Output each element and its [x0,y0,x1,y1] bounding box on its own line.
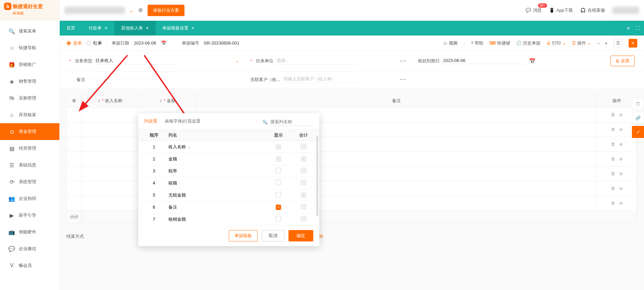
caret-down-icon[interactable]: ⌄ [235,59,239,63]
nav-item-13[interactable]: 💬企业微信 [0,240,59,257]
tab-2[interactable]: 其他收入单✕ [114,21,156,35]
checkbox[interactable] [276,180,281,185]
nav-prev-icon[interactable]: ◂ [597,41,599,46]
col-amount[interactable]: ▲▼*金额 [139,94,196,107]
row-delete-icon[interactable]: 🗑 [611,186,615,191]
tab-1[interactable]: 付款单✕ [82,21,114,35]
ellipsis-icon[interactable]: ••• [400,59,407,64]
row-copy-icon[interactable]: ⊕ [619,112,623,117]
view-detail-icon[interactable]: ≡ [629,39,637,48]
float-note-icon[interactable]: 🗒 [632,98,644,110]
nav-icon: 📺 [9,229,15,235]
top-settings-icon[interactable]: ⚙ [138,7,143,13]
nav-item-7[interactable]: ▤经营管理 [0,140,59,157]
brand-name: 畅捷通好生意 [13,3,43,10]
row-copy-icon[interactable]: ⊕ [619,201,623,206]
popup-search-input[interactable] [270,118,313,126]
nav-item-1[interactable]: ☆快捷导航 [0,40,59,56]
brand-edition: 标准版 [13,11,55,16]
nav-item-6[interactable]: ⊙资金管理 [0,123,59,140]
popup-row: 5无税金额 [138,189,319,201]
checkbox[interactable] [276,168,281,173]
help-link[interactable]: ? 帮助 [471,40,483,46]
video-link[interactable]: ▷ 视频 [444,40,458,46]
contact-unit-field[interactable]: *往来单位 选择... ••• [250,58,411,65]
view-list-icon[interactable]: ☰ [614,39,623,48]
popup-scrollbar[interactable] [316,136,318,216]
row-delete-icon[interactable]: 🗑 [611,171,615,176]
biz-type-field[interactable]: *业务类型 往来收入 ⌄ [69,58,244,65]
nav-item-3[interactable]: ◈销售管理 [0,73,59,90]
due-date-value: 2023-06-06 [443,58,524,64]
tab-close-icon[interactable]: ✕ [146,26,149,30]
trial-plan-button[interactable]: 体验行业方案 [148,5,184,16]
popup-tab-font[interactable]: 表格字体|行高设置 [165,118,201,126]
nav-item-11[interactable]: ▶新手引导 [0,207,59,224]
ellipsis-icon[interactable]: ••• [400,77,407,82]
cancel-button[interactable]: 取消 [262,230,284,241]
app-download-link[interactable]: 📱 App下载 [549,7,573,13]
customer-field[interactable]: 关联客户（收... 请输入关联客户（收入单） ••• [250,76,411,83]
row-delete-icon[interactable]: 🗑 [611,201,615,206]
nav-icon: ☰ [9,162,15,168]
messages-link[interactable]: 💬 消息 [526,7,542,13]
calendar-icon[interactable]: 📅 [529,58,536,64]
nav-item-2[interactable]: 🎁营销推广 [0,56,59,73]
remark-field[interactable]: 备注 [69,77,244,83]
tab-0[interactable]: 首页 [60,21,82,35]
settings-button[interactable]: ⚙ 设置 [610,56,635,66]
row-delete-icon[interactable]: 🗑 [611,127,615,132]
nav-item-10[interactable]: 👥企业协同 [0,190,59,207]
tab-label: 单据模板设置 [162,25,189,31]
history-link[interactable]: 🕘 历史单据 [516,40,540,46]
radio-red[interactable]: 红单 [87,40,102,46]
nav-item-0[interactable]: 🔍搜索菜单 [0,23,59,40]
grid-config-button[interactable]: ⚙ [67,94,82,107]
due-date-field[interactable]: 收款到期日 2023-06-06 📅 [418,58,552,64]
nav-item-8[interactable]: ☰基础信息 [0,157,59,173]
nav-item-5[interactable]: ⌂库存核算 [0,106,59,123]
checkbox[interactable] [276,216,281,221]
tab-3[interactable]: 单据模板设置✕ [156,21,201,35]
nav-item-14[interactable]: V畅会员 [0,257,59,274]
popup-tab-columns[interactable]: 列设置 [144,118,157,126]
row-delete-icon[interactable]: 🗑 [611,112,615,117]
action-link[interactable]: ☰ 操作 ⌄ [572,40,591,46]
nav-label: 库存核算 [19,112,36,118]
nav-next-icon[interactable]: ▸ [605,41,608,46]
print-link[interactable]: 🖨 打印 ⌄ [546,40,566,46]
nav-icon: V [9,263,15,269]
nav-label: 销售管理 [19,78,36,84]
popup-row: 4税额 [138,177,319,189]
float-expand-icon[interactable]: ⤢ [632,126,644,138]
row-copy-icon[interactable]: ⊕ [619,186,623,191]
tab-close-icon[interactable]: ✕ [104,26,108,30]
row-copy-icon[interactable]: ⊕ [619,142,623,147]
row-delete-icon[interactable]: 🗑 [611,142,615,147]
customer-service-link[interactable]: 🎧 在线客服 [580,7,605,13]
row-copy-icon[interactable]: ⊕ [619,156,623,161]
doc-date-value[interactable]: 2023-06-06 [134,41,156,46]
template-button[interactable]: 单据模板 [229,230,258,241]
shortcut-link[interactable]: ⌨ 快捷键 [489,40,510,46]
checkbox[interactable] [276,205,281,210]
remark-value [89,79,169,80]
col-income-name[interactable]: ▲▼*收入名称 [82,94,139,107]
nav-item-12[interactable]: 📺智能硬件 [0,224,59,240]
org-switch-caret-icon[interactable]: ⌄ [129,8,133,13]
calendar-icon[interactable]: 📅 [161,41,166,46]
tab-close-icon[interactable]: ✕ [191,26,195,30]
float-link-icon[interactable]: 🔗 [632,112,644,124]
row-copy-icon[interactable]: ⊕ [619,171,623,176]
checkbox[interactable] [276,192,281,197]
row-copy-icon[interactable]: ⊕ [619,127,623,132]
popup-th-order: 顺序 [142,132,166,138]
tab-close-all-icon[interactable]: ✕ [627,26,630,31]
nav-item-9[interactable]: ⟳系统管理 [0,173,59,190]
confirm-button[interactable]: 确定 [288,230,313,241]
nav-item-4[interactable]: 🛍采购管理 [0,90,59,106]
tab-fullscreen-icon[interactable]: ⛶ [636,26,640,31]
row-delete-icon[interactable]: 🗑 [611,156,615,161]
radio-blue[interactable]: 蓝单 [66,40,82,46]
caret-down-icon[interactable]: ⌄ [187,144,191,149]
